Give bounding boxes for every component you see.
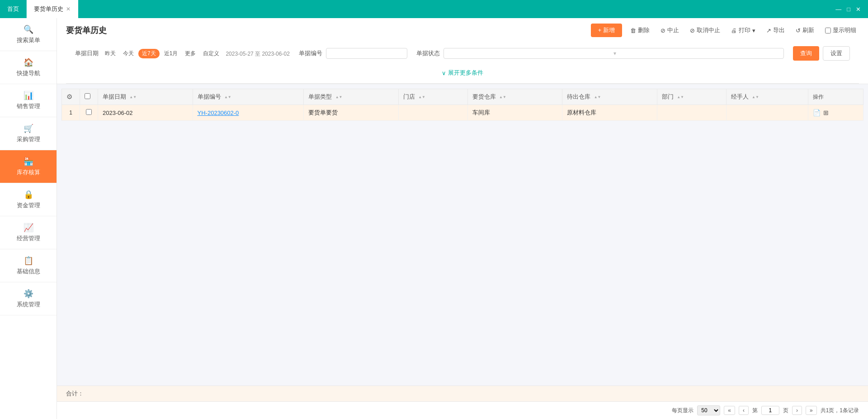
page-size-label: 每页显示 xyxy=(672,407,693,414)
row-pending-warehouse: 原材料仓库 xyxy=(562,105,657,121)
refresh-button[interactable]: ↺ 刷新 xyxy=(793,24,817,36)
today-shortcut[interactable]: 今天 xyxy=(120,49,137,58)
table-footer: 合计： xyxy=(57,386,868,401)
export-button[interactable]: ↗ 导出 xyxy=(764,24,788,36)
minimize-icon[interactable]: — xyxy=(835,6,841,13)
table-container: ⚙ 单据日期 ▲▼ 单据编号 ▲▼ xyxy=(57,84,868,386)
query-button[interactable]: 查询 xyxy=(793,46,819,61)
show-detail-checkbox[interactable]: 显示明细 xyxy=(822,24,859,36)
date-filter-group: 单据日期 昨天 今天 近7天 近1月 更多 自定义 2023-05-27 至 2… xyxy=(75,49,290,58)
th-handler: 经手人 ▲▼ xyxy=(726,89,808,105)
table-header-row: ⚙ 单据日期 ▲▼ 单据编号 ▲▼ xyxy=(62,89,863,105)
toolbar: + 新增 🗑 删除 ⊘ 中止 ⊘ 取消中止 🖨 打 xyxy=(591,24,859,37)
action-buttons: 查询 设置 xyxy=(793,46,850,61)
maximize-icon[interactable]: □ xyxy=(847,6,850,13)
sidebar: 🔍 搜索菜单 🏠 快捷导航 📊 销售管理 🛒 采购管理 🏪 库存核算 🔒 资金管… xyxy=(0,18,57,419)
sort-handler-icon[interactable]: ▲▼ xyxy=(752,95,759,99)
row-actions: 📄 ⊞ xyxy=(808,105,863,121)
prev-page-button[interactable]: ‹ xyxy=(739,406,749,415)
last-page-button[interactable]: » xyxy=(806,406,817,415)
print-button[interactable]: 🖨 打印 ▾ xyxy=(728,24,758,36)
sort-date-icon[interactable]: ▲▼ xyxy=(129,95,137,99)
row-edit-icon[interactable]: 📄 xyxy=(813,109,821,116)
delete-button[interactable]: 🗑 删除 xyxy=(627,24,652,36)
operation-icon: 📈 xyxy=(24,223,33,233)
sort-doctype-icon[interactable]: ▲▼ xyxy=(335,95,343,99)
total-info: 共1页，1条记录 xyxy=(821,407,859,414)
sort-store-icon[interactable]: ▲▼ xyxy=(418,95,425,99)
page-input[interactable] xyxy=(761,406,779,415)
th-actions: 操作 xyxy=(808,89,863,105)
row-detail-icon[interactable]: ⊞ xyxy=(823,109,829,116)
row-docno: YH-20230602-0 xyxy=(193,105,304,121)
export-icon: ↗ xyxy=(766,27,771,34)
sidebar-item-system[interactable]: ⚙️ 系统管理 xyxy=(0,282,57,315)
sidebar-item-operation[interactable]: 📈 经营管理 xyxy=(0,216,57,249)
sidebar-item-search[interactable]: 🔍 搜索菜单 xyxy=(0,18,57,51)
sidebar-item-basic-label: 基础信息 xyxy=(17,267,40,276)
expand-conditions-button[interactable]: ∨ 展开更多条件 xyxy=(438,67,487,79)
sidebar-item-quicknav[interactable]: 🏠 快捷导航 xyxy=(0,51,57,84)
tab-requisition-label: 要货单历史 xyxy=(34,5,63,13)
more-shortcut[interactable]: 更多 xyxy=(182,49,198,58)
new-button[interactable]: + 新增 xyxy=(591,24,622,37)
sidebar-item-basic[interactable]: 📋 基础信息 xyxy=(0,249,57,282)
row-checkbox xyxy=(80,105,98,121)
sort-docno-icon[interactable]: ▲▼ xyxy=(224,95,231,99)
cancel-stop-icon: ⊘ xyxy=(690,27,695,34)
row-handler xyxy=(726,105,808,121)
stop-label: 中止 xyxy=(667,26,679,34)
pagination: 每页显示 10 20 50 100 « ‹ 第 页 › » 共1页，1条记录 xyxy=(57,401,868,419)
tab-close-icon[interactable]: ✕ xyxy=(66,6,71,12)
custom-shortcut[interactable]: 自定义 xyxy=(200,49,222,58)
sidebar-item-sales-label: 销售管理 xyxy=(17,102,40,110)
data-table: ⚙ 单据日期 ▲▼ 单据编号 ▲▼ xyxy=(61,89,863,121)
stop-button[interactable]: ⊘ 中止 xyxy=(658,24,682,36)
print-dropdown-icon: ▾ xyxy=(752,27,755,34)
sort-req-warehouse-icon[interactable]: ▲▼ xyxy=(499,95,506,99)
row-doctype: 要货单要货 xyxy=(304,105,399,121)
status-select[interactable]: ▾ xyxy=(443,48,784,59)
table-settings-icon[interactable]: ⚙ xyxy=(66,93,72,100)
docno-input[interactable] xyxy=(326,48,407,59)
sort-dept-icon[interactable]: ▲▼ xyxy=(677,95,684,99)
row-date-value: 2023-06-02 xyxy=(103,110,133,116)
last1month-shortcut[interactable]: 近1月 xyxy=(161,49,181,58)
page-size-select[interactable]: 10 20 50 100 xyxy=(697,405,720,415)
close-window-icon[interactable]: ✕ xyxy=(856,6,861,13)
table-row: 1 2023-06-02 YH-20230602-0 要货单要货 xyxy=(62,105,863,121)
select-all-checkbox[interactable] xyxy=(85,93,90,99)
yesterday-shortcut[interactable]: 昨天 xyxy=(102,49,118,58)
tab-home[interactable]: 首页 xyxy=(0,0,27,18)
row-req-warehouse: 车间库 xyxy=(467,105,562,121)
purchase-icon: 🛒 xyxy=(24,124,33,133)
cancel-stop-button[interactable]: ⊘ 取消中止 xyxy=(687,24,723,36)
settings-button[interactable]: 设置 xyxy=(823,46,850,61)
sort-pending-warehouse-icon[interactable]: ▲▼ xyxy=(594,95,601,99)
last7days-shortcut[interactable]: 近7天 xyxy=(138,49,160,58)
sidebar-item-inventory[interactable]: 🏪 库存核算 xyxy=(0,150,57,183)
sidebar-item-fund[interactable]: 🔒 资金管理 xyxy=(0,183,57,216)
fund-icon: 🔒 xyxy=(24,190,33,200)
home-icon: 🏠 xyxy=(24,57,33,67)
sidebar-item-purchase[interactable]: 🛒 采购管理 xyxy=(0,117,57,150)
row-docno-link[interactable]: YH-20230602-0 xyxy=(198,110,239,116)
sidebar-item-sales[interactable]: 📊 销售管理 xyxy=(0,84,57,117)
tab-requisition-history[interactable]: 要货单历史 ✕ xyxy=(27,0,78,18)
top-bar: 首页 要货单历史 ✕ — □ ✕ xyxy=(0,0,868,18)
tab-list: 首页 要货单历史 ✕ xyxy=(0,0,78,18)
th-doctype: 单据类型 ▲▼ xyxy=(304,89,399,105)
expand-label: 展开更多条件 xyxy=(448,69,483,77)
row-select-checkbox[interactable] xyxy=(86,109,92,115)
first-page-button[interactable]: « xyxy=(724,406,735,415)
status-label: 单据状态 xyxy=(416,49,440,57)
next-page-button[interactable]: › xyxy=(792,406,802,415)
sidebar-item-purchase-label: 采购管理 xyxy=(17,135,40,143)
row-store xyxy=(398,105,467,121)
sidebar-item-quicknav-label: 快捷导航 xyxy=(17,69,40,77)
show-detail-input[interactable] xyxy=(825,28,831,33)
page-header: 要货单历史 + 新增 🗑 删除 ⊘ 中止 ⊘ 取消中止 xyxy=(57,18,868,84)
print-icon: 🖨 xyxy=(731,27,737,34)
action-icons: 📄 ⊞ xyxy=(813,109,859,116)
refresh-label: 刷新 xyxy=(802,26,814,34)
